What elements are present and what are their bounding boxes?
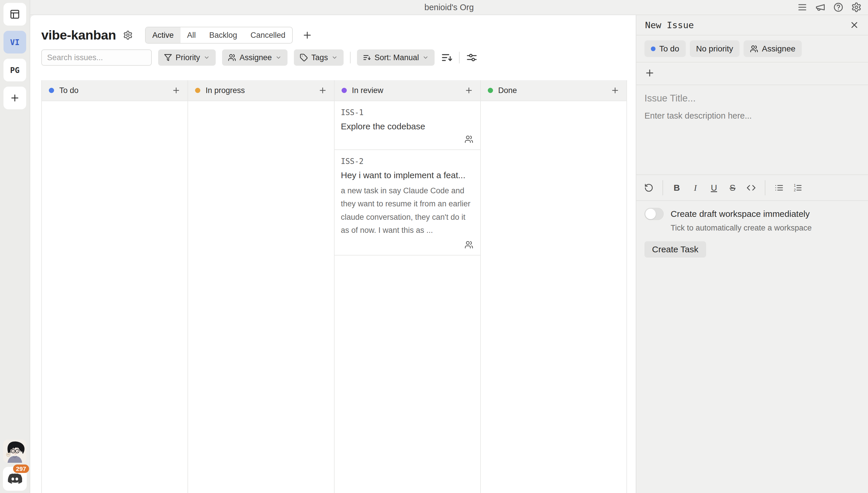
org-title: benioid's Org	[30, 3, 868, 12]
priority-badge-label: No priority	[696, 44, 733, 53]
workspace-initials: PG	[10, 66, 20, 75]
add-issue-button[interactable]	[464, 86, 473, 95]
tab-cancelled[interactable]: Cancelled	[244, 27, 292, 43]
add-issue-button[interactable]	[611, 86, 620, 95]
assignee-filter-button[interactable]: Assignee	[222, 49, 287, 66]
column-name: In progress	[205, 86, 245, 95]
sort-button[interactable]: Sort: Manual	[357, 49, 435, 66]
discord-button[interactable]: 297	[3, 467, 27, 491]
column-body	[481, 101, 626, 493]
toolbar-divider	[663, 180, 663, 195]
column-header: In progress	[188, 80, 334, 101]
sidebar-workspace-pg[interactable]: PG	[3, 59, 26, 81]
underline-glyph: U	[711, 183, 717, 193]
toggle-hint: Tick to automatically create a workspace	[671, 223, 860, 233]
strikethrough-glyph: S	[730, 183, 735, 193]
settings-gear-icon[interactable]	[851, 2, 862, 13]
tab-all[interactable]: All	[180, 27, 202, 43]
issue-card[interactable]: ISS-2 Hey i want to implement a feat... …	[334, 150, 480, 256]
project-settings-icon[interactable]	[123, 30, 133, 40]
issue-id: ISS-2	[341, 157, 474, 166]
toolbar-divider	[459, 52, 460, 63]
search-input[interactable]	[41, 49, 152, 66]
assignee-icon[interactable]	[464, 135, 473, 144]
assignee-badge-label: Assignee	[762, 44, 795, 53]
chevron-down-icon	[203, 55, 210, 61]
add-view-button[interactable]	[302, 30, 312, 40]
status-badge[interactable]: To do	[645, 40, 686, 57]
column-todo: To do	[41, 80, 188, 493]
filter-toolbar: Priority Assignee Tags Sort: Manual	[30, 44, 636, 73]
add-issue-button[interactable]	[172, 86, 180, 95]
megaphone-icon[interactable]	[815, 2, 826, 13]
new-issue-panel: New Issue To do No priority Assignee	[636, 15, 868, 493]
bold-button[interactable]: B	[672, 183, 682, 193]
issue-title-input[interactable]	[645, 93, 860, 104]
ordered-list-icon	[793, 183, 802, 192]
sidebar-panels-button[interactable]	[3, 3, 26, 26]
sort-lines-icon	[363, 53, 371, 62]
assignee-icon[interactable]	[464, 240, 473, 249]
create-task-button[interactable]: Create Task	[645, 241, 706, 258]
display-options-button[interactable]	[466, 52, 478, 63]
kanban-board: vibe-kanban Active All Backlog Cancelled…	[30, 15, 636, 493]
issue-title: Hey i want to implement a feat...	[341, 170, 474, 180]
column-body	[188, 101, 334, 493]
column-done: Done	[480, 80, 627, 493]
tab-backlog[interactable]: Backlog	[202, 27, 244, 43]
tab-active[interactable]: Active	[146, 27, 180, 43]
column-header: In review	[334, 80, 480, 101]
help-icon[interactable]	[833, 2, 844, 13]
strikethrough-button[interactable]: S	[728, 183, 737, 193]
issue-property-badges: To do No priority Assignee	[636, 36, 868, 63]
users-icon	[228, 53, 236, 62]
column-name: In review	[352, 86, 384, 95]
top-bar: benioid's Org	[30, 0, 868, 15]
status-badge-label: To do	[659, 44, 679, 53]
toggle-knob	[645, 209, 656, 219]
underline-button[interactable]: U	[709, 183, 719, 193]
view-tabs: Active All Backlog Cancelled	[145, 27, 293, 44]
bullet-list-button[interactable]	[774, 183, 784, 193]
column-in-review: In review ISS-1 Explore the codebase	[334, 80, 480, 493]
ordered-list-button[interactable]	[793, 183, 803, 193]
chevron-down-icon	[275, 55, 282, 61]
issue-card[interactable]: ISS-1 Explore the codebase	[334, 101, 480, 150]
sidebar-workspace-vi[interactable]: VI	[3, 31, 26, 53]
issue-description-input[interactable]	[645, 110, 860, 167]
column-name: To do	[59, 86, 79, 95]
priority-filter-button[interactable]: Priority	[158, 49, 216, 66]
workspace-initials: VI	[10, 38, 20, 47]
issue-id: ISS-1	[341, 108, 474, 117]
user-avatar[interactable]	[3, 440, 26, 463]
tags-filter-label: Tags	[311, 53, 328, 62]
italic-button[interactable]: I	[690, 183, 700, 193]
tags-filter-button[interactable]: Tags	[294, 49, 344, 66]
funnel-icon	[164, 53, 172, 62]
add-issue-button[interactable]	[318, 86, 327, 95]
workspace-toggle-section: Create draft workspace immediately Tick …	[636, 201, 868, 233]
draft-workspace-toggle[interactable]	[645, 208, 664, 220]
sidebar-add-workspace-button[interactable]	[3, 87, 26, 109]
status-dot	[651, 46, 655, 51]
assignee-badge[interactable]: Assignee	[743, 40, 802, 57]
undo-icon	[644, 183, 653, 192]
undo-button[interactable]	[644, 183, 654, 193]
close-icon[interactable]	[849, 20, 859, 30]
menu-icon[interactable]	[797, 2, 807, 13]
bullet-list-icon	[775, 183, 784, 192]
tag-icon	[300, 53, 308, 62]
column-header: Done	[481, 80, 626, 101]
code-button[interactable]	[746, 183, 756, 193]
priority-badge[interactable]: No priority	[690, 40, 740, 57]
status-dot	[342, 88, 347, 93]
toolbar-divider	[765, 180, 765, 195]
add-property-button[interactable]	[645, 68, 655, 78]
column-in-progress: In progress	[188, 80, 334, 493]
project-title: vibe-kanban	[41, 28, 116, 43]
sort-direction-button[interactable]	[441, 52, 453, 63]
bold-glyph: B	[674, 183, 680, 193]
avatar-image	[3, 440, 26, 463]
editor-toolbar: B I U S	[636, 174, 868, 201]
column-body	[42, 101, 188, 493]
